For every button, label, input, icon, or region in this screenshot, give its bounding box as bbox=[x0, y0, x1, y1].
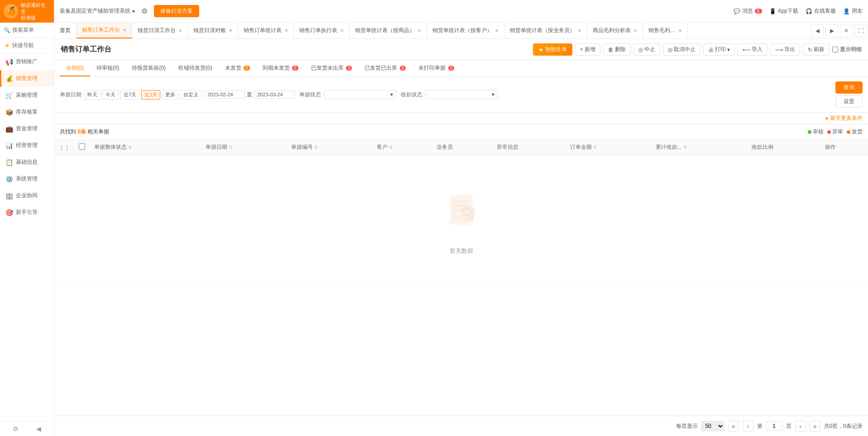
select-all-checkbox[interactable] bbox=[79, 143, 85, 150]
sidebar-item-finance[interactable]: 💼 资金管理 bbox=[0, 120, 54, 137]
tab-sales-stat-product[interactable]: 销货单统计表（按商品） ✕ bbox=[350, 23, 427, 38]
payment-field: 收款状态 ▾ bbox=[401, 90, 498, 99]
date-month-btn[interactable]: 近1月 bbox=[141, 90, 160, 100]
topbar: 装备及固定资产辅助管理系统 ▾ ⚙ 体验行业方案 💬 消息 6 📱 App下载 … bbox=[54, 0, 868, 23]
sidebar-collapse-btn[interactable]: ◀ bbox=[36, 425, 41, 432]
col-number[interactable]: 单据编号 ⇅ bbox=[287, 140, 372, 155]
sidebar-settings-btn[interactable]: ⚙ bbox=[13, 425, 19, 432]
filter-tab-wangpu[interactable]: 旺铺待发货(0) bbox=[172, 61, 219, 76]
date-from-input[interactable] bbox=[204, 90, 245, 99]
topbar-gear-icon[interactable]: ⚙ bbox=[141, 7, 148, 15]
tab-sales-stat-staff[interactable]: 销货单统计表（按业务员） ✕ bbox=[504, 23, 587, 38]
filter-tab-expired[interactable]: 到期未发货 0 bbox=[256, 61, 305, 76]
import-btn[interactable]: ⟵ 导入 bbox=[738, 43, 767, 56]
ship-action-btn[interactable]: 发货 bbox=[847, 128, 863, 136]
last-page-btn[interactable]: » bbox=[810, 421, 820, 431]
cancel-review-action-btn[interactable]: 弃审 bbox=[827, 128, 843, 136]
tab-sales-gross[interactable]: 商品毛利分析表 ✕ bbox=[587, 23, 643, 38]
refresh-btn[interactable]: ↻ 刷新 bbox=[803, 43, 830, 56]
date-custom-btn[interactable]: 自定义 bbox=[180, 90, 201, 100]
sidebar-item-inventory[interactable]: 📦 库存核算 bbox=[0, 104, 54, 120]
page-input[interactable] bbox=[766, 422, 782, 431]
date-to-input[interactable] bbox=[254, 90, 295, 99]
sidebar-item-system[interactable]: ⚙️ 系统管理 bbox=[0, 171, 54, 187]
topbar-online-service[interactable]: 🎧 在线客服 bbox=[806, 7, 836, 15]
trial-btn[interactable]: 体验行业方案 bbox=[154, 5, 199, 17]
date-yesterday-btn[interactable]: 昨天 bbox=[84, 90, 101, 100]
tab-close-sales-more[interactable]: ✕ bbox=[678, 28, 682, 33]
sidebar-item-sales[interactable]: 💰 销售管理 bbox=[0, 70, 54, 87]
first-page-btn[interactable]: « bbox=[728, 421, 739, 431]
col-date[interactable]: 单据日期 ⇅ bbox=[201, 140, 287, 155]
tab-sales-stat[interactable]: 销售订单统计表 ✕ bbox=[238, 23, 294, 38]
page-size-select[interactable]: 10 20 50 100 bbox=[701, 421, 724, 431]
filter-tab-shipped-not-in[interactable]: 已发货未出库 0 bbox=[305, 61, 359, 76]
tab-cash-account[interactable]: 钱货日清对账 ✕ bbox=[188, 23, 238, 38]
sidebar-search[interactable]: 🔍 搜索菜单 bbox=[0, 23, 54, 38]
tab-sales-order[interactable]: 销售订单工作台 ✕ bbox=[77, 23, 132, 38]
drag-icon: ⋮⋮ bbox=[59, 144, 70, 151]
tab-close-all-btn[interactable]: ✕ bbox=[840, 24, 853, 37]
search-btn[interactable]: 查询 bbox=[835, 81, 863, 94]
col-collected[interactable]: 累计收款... ⇅ bbox=[651, 140, 748, 155]
topbar-user[interactable]: 👤 用友 bbox=[843, 7, 863, 15]
tab-prev-btn[interactable]: ◀ bbox=[811, 24, 824, 37]
tab-close-sales-exec[interactable]: ✕ bbox=[340, 28, 344, 33]
cancel-stop-btn[interactable]: ◎ 取消中止 bbox=[663, 43, 700, 56]
date-7days-btn[interactable]: 近7天 bbox=[120, 90, 139, 100]
col-status: 单据整体状态 ⇅ bbox=[90, 140, 201, 155]
tab-home[interactable]: 首页 bbox=[54, 23, 77, 38]
status-select[interactable]: ▾ bbox=[324, 90, 396, 99]
col-customer[interactable]: 客户 ⇅ bbox=[372, 140, 432, 155]
settings-btn[interactable]: 设置 bbox=[835, 95, 863, 108]
show-detail-label[interactable]: 显示明细 bbox=[832, 46, 862, 53]
next-page-btn[interactable]: › bbox=[795, 421, 806, 431]
filter-tab-shipped-in[interactable]: 已发货已出库 0 bbox=[358, 61, 412, 76]
tab-close-sales-stat-product[interactable]: ✕ bbox=[417, 28, 421, 33]
tab-close-sales-stat-customer[interactable]: ✕ bbox=[495, 28, 499, 33]
payment-select[interactable]: ▾ bbox=[425, 90, 498, 99]
topbar-title-dropdown[interactable]: 装备及固定资产辅助管理系统 ▾ bbox=[60, 7, 135, 15]
tab-next-btn[interactable]: ▶ bbox=[825, 24, 838, 37]
tab-sales-stat-customer[interactable]: 销货单统计表（按客户） ✕ bbox=[427, 23, 504, 38]
filter-tab-all[interactable]: 全部(0) bbox=[60, 61, 90, 76]
col-amount[interactable]: 订单金额 ⇅ bbox=[566, 140, 651, 155]
filter-tab-not-printed[interactable]: 未打印单据 0 bbox=[412, 61, 460, 76]
tab-close-cash-daily[interactable]: ✕ bbox=[178, 28, 182, 33]
filter-tab-not-shipped[interactable]: 未发货 0 bbox=[219, 61, 256, 76]
sidebar-item-operation[interactable]: 📊 经营管理 bbox=[0, 137, 54, 154]
tab-close-sales-stat[interactable]: ✕ bbox=[284, 28, 288, 33]
review-action-btn[interactable]: 审核 bbox=[808, 128, 824, 136]
sidebar-item-newbie[interactable]: 🎯 新手引导 bbox=[0, 204, 54, 221]
filter-tab-pending-inspect[interactable]: 待拣货装箱(0) bbox=[125, 61, 172, 76]
date-today-btn[interactable]: 今天 bbox=[102, 90, 119, 100]
sidebar-item-purchase[interactable]: 🛒 采购管理 bbox=[0, 87, 54, 104]
sidebar-item-enterprise[interactable]: 🏢 企业协同 bbox=[0, 187, 54, 204]
quick-nav[interactable]: ⚡ 快捷导航 bbox=[0, 38, 54, 53]
tab-maximize-btn[interactable]: ⛶ bbox=[854, 24, 867, 37]
delete-btn[interactable]: 🗑 删除 bbox=[603, 43, 631, 56]
topbar-app-download[interactable]: 📱 App下载 bbox=[769, 7, 798, 15]
export-btn[interactable]: ⟶ 导出 bbox=[770, 43, 800, 56]
show-detail-checkbox[interactable] bbox=[832, 47, 838, 52]
date-more-btn[interactable]: 更多 bbox=[162, 90, 178, 100]
expand-conditions-btn[interactable]: ▾ 展开更多条件 bbox=[825, 114, 863, 122]
stop-btn[interactable]: ◎ 中止 bbox=[633, 43, 660, 56]
print-btn[interactable]: 🖨 打印 ▾ bbox=[703, 43, 735, 56]
prev-page-btn[interactable]: ‹ bbox=[743, 421, 753, 431]
add-btn[interactable]: + 新增 bbox=[575, 43, 600, 56]
col-checkbox[interactable] bbox=[74, 140, 90, 155]
sidebar-item-basic[interactable]: 📋 基础信息 bbox=[0, 154, 54, 171]
topbar-message[interactable]: 💬 消息 6 bbox=[734, 7, 762, 15]
filter-tab-pending-review[interactable]: 待审核(0) bbox=[90, 61, 126, 76]
smart-gen-btn[interactable]: ★ 智能生单 bbox=[533, 43, 572, 56]
tab-cash-daily[interactable]: 钱货日清工作台 ✕ bbox=[132, 23, 188, 38]
user-icon: 👤 bbox=[843, 8, 850, 14]
tab-close-sales-order[interactable]: ✕ bbox=[123, 28, 126, 33]
tab-close-sales-stat-staff[interactable]: ✕ bbox=[578, 28, 581, 33]
tab-sales-exec[interactable]: 销售订单执行表 ✕ bbox=[294, 23, 350, 38]
tab-sales-more[interactable]: 销售毛利… ✕ bbox=[643, 23, 688, 38]
tab-close-sales-gross[interactable]: ✕ bbox=[633, 28, 637, 33]
sidebar-item-marketing[interactable]: 📢 营销推广 bbox=[0, 53, 54, 70]
tab-close-cash-account[interactable]: ✕ bbox=[229, 28, 232, 33]
